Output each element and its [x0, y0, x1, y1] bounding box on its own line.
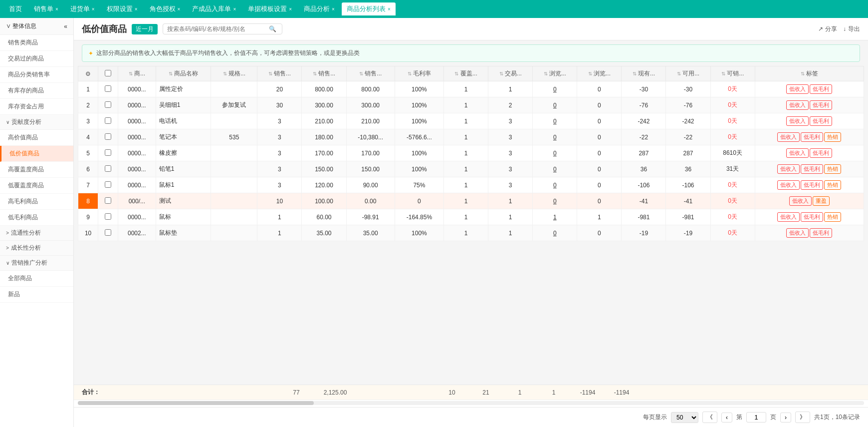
nav-product-analysis-list[interactable]: 商品分析列表 ×	[342, 2, 396, 15]
row-checkbox[interactable]	[105, 213, 111, 220]
row-sales-price: 100.00	[302, 193, 346, 209]
col-checkbox[interactable]	[98, 66, 118, 81]
close-icon[interactable]: ×	[332, 6, 335, 12]
row-view1[interactable]: 0	[533, 145, 577, 161]
share-button[interactable]: ↗ 分享	[818, 25, 837, 33]
next-page-button[interactable]: ›	[780, 413, 791, 423]
row-coverage: 1	[444, 209, 488, 225]
view1-link[interactable]: 0	[553, 134, 557, 141]
view1-link[interactable]: 0	[553, 166, 557, 173]
sidebar-item-sales-products[interactable]: 销售类商品	[0, 35, 73, 51]
sidebar-item-low-value[interactable]: 低价值商品	[0, 146, 73, 162]
sidebar-group-circulation[interactable]: > 流通性分析	[0, 226, 73, 241]
row-checkbox[interactable]	[105, 101, 111, 108]
row-checkbox[interactable]	[105, 229, 111, 236]
scroll-thumb[interactable]	[78, 401, 314, 405]
sidebar-item-new-products[interactable]: 新品	[0, 287, 73, 303]
row-sales-profit: 300.00	[346, 97, 395, 113]
view1-link[interactable]: 0	[553, 198, 557, 205]
close-icon[interactable]: ×	[55, 6, 58, 12]
export-button[interactable]: ↓ 导出	[843, 25, 860, 33]
nav-template-settings[interactable]: 单据模板设置 ×	[243, 2, 297, 15]
row-checkbox-cell	[98, 161, 118, 177]
footer-coverage: 10	[437, 389, 467, 396]
nav-product-analysis[interactable]: 商品分析 ×	[299, 2, 340, 15]
date-tag[interactable]: 近一月	[132, 24, 158, 34]
row-code: 0000...	[118, 145, 156, 161]
row-profit-rate: 100%	[395, 97, 443, 113]
row-checkbox[interactable]	[105, 149, 111, 156]
per-page-select[interactable]: 50 100 200	[671, 412, 698, 423]
view1-link[interactable]: 0	[553, 150, 557, 157]
close-icon[interactable]: ×	[289, 6, 292, 12]
search-input[interactable]	[167, 25, 267, 32]
table-row: 40000...笔记本5353180.00-10,380...-5766.6..…	[78, 129, 864, 145]
sidebar-group-contribution[interactable]: ∨ 贡献度分析	[0, 115, 73, 130]
table-area[interactable]: ⚙ ⇅ 商... ⇅ 商品名称 ⇅ 规格... ⇅ 销售... ⇅ 销售... …	[74, 66, 868, 385]
view1-link[interactable]: 0	[553, 118, 557, 125]
sidebar-item-stock-capital[interactable]: 库存资金占用	[0, 99, 73, 115]
last-page-button[interactable]: 》	[795, 412, 810, 423]
row-checkbox[interactable]	[105, 197, 111, 204]
table-row: 20000...吴细细1参加复试30300.00300.00100%1200-7…	[78, 97, 864, 113]
nav-permissions[interactable]: 权限设置 ×	[102, 2, 143, 15]
sidebar-item-all-products[interactable]: 全部商品	[0, 271, 73, 287]
row-view1[interactable]: 0	[533, 177, 577, 193]
row-checkbox[interactable]	[105, 181, 111, 188]
tag-badge: 低毛利	[801, 212, 823, 222]
sidebar-item-low-coverage[interactable]: 低覆盖度商品	[0, 178, 73, 194]
row-view1[interactable]: 0	[533, 225, 577, 241]
row-checkbox[interactable]	[105, 133, 111, 140]
sidebar-group-growth[interactable]: > 成长性分析	[0, 241, 73, 256]
close-icon[interactable]: ×	[388, 6, 391, 12]
page-label: 第	[736, 413, 742, 422]
prev-page-button[interactable]: ‹	[721, 413, 732, 423]
col-settings[interactable]: ⚙	[78, 66, 98, 81]
sidebar-item-high-coverage[interactable]: 高覆盖度商品	[0, 162, 73, 178]
close-icon[interactable]: ×	[233, 6, 236, 12]
row-checkbox[interactable]	[105, 117, 111, 124]
row-number: 6	[78, 161, 98, 177]
sidebar-item-category-rate[interactable]: 商品分类销售率	[0, 67, 73, 83]
view1-link[interactable]: 0	[553, 102, 557, 109]
row-view1[interactable]: 1	[533, 209, 577, 225]
row-view1[interactable]: 0	[533, 113, 577, 129]
row-name: 属性定价	[156, 81, 211, 97]
view1-link[interactable]: 0	[553, 230, 557, 237]
row-view1[interactable]: 0	[533, 193, 577, 209]
row-view1[interactable]: 0	[533, 97, 577, 113]
sidebar-item-traded-products[interactable]: 交易过的商品	[0, 51, 73, 67]
sidebar-item-stock-products[interactable]: 有库存的商品	[0, 83, 73, 99]
sidebar-item-high-margin[interactable]: 高毛利商品	[0, 194, 73, 210]
sidebar-item-high-value[interactable]: 高价值商品	[0, 130, 73, 146]
search-icon[interactable]: 🔍	[269, 25, 276, 32]
view1-link[interactable]: 0	[553, 182, 557, 189]
view1-link[interactable]: 0	[553, 86, 557, 93]
sidebar-item-low-margin[interactable]: 低毛利商品	[0, 210, 73, 226]
nav-sales-order[interactable]: 销售单 ×	[29, 2, 63, 15]
tag-badge: 低收入	[786, 116, 809, 126]
row-view2: 0	[577, 225, 622, 241]
view1-link[interactable]: 1	[553, 214, 557, 221]
row-checkbox[interactable]	[105, 85, 111, 92]
nav-production-inbound[interactable]: 产成品入库单 ×	[187, 2, 241, 15]
select-all-checkbox[interactable]	[105, 70, 111, 76]
sidebar-group-marketing[interactable]: ∨ 营销推广分析	[0, 256, 73, 271]
page-number-input[interactable]	[746, 412, 766, 423]
sidebar-group-overall[interactable]: ∨ 整体信息 «	[0, 18, 73, 35]
nav-role-auth[interactable]: 角色授权 ×	[145, 2, 186, 15]
row-current-stock: -30	[622, 81, 666, 97]
nav-home[interactable]: 首页	[4, 2, 27, 15]
row-current-stock: -76	[622, 97, 666, 113]
row-checkbox[interactable]	[105, 165, 111, 172]
nav-purchase-order[interactable]: 进货单 ×	[65, 2, 100, 15]
row-view1[interactable]: 0	[533, 129, 577, 145]
row-number: 9	[78, 209, 98, 225]
row-view1[interactable]: 0	[533, 81, 577, 97]
close-icon[interactable]: ×	[92, 6, 95, 12]
close-icon[interactable]: ×	[178, 6, 181, 12]
first-page-button[interactable]: 《	[702, 412, 717, 423]
close-icon[interactable]: ×	[135, 6, 138, 12]
col-view1: ⇅ 浏览...	[533, 66, 577, 81]
row-view1[interactable]: 0	[533, 161, 577, 177]
